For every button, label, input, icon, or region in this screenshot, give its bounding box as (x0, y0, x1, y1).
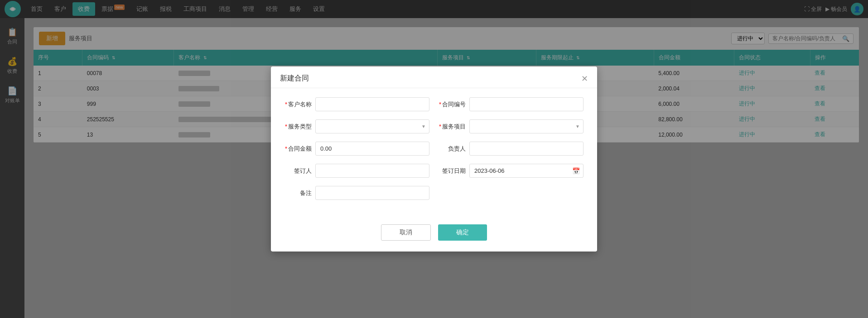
form-row-3: *合同金额 负责人 (285, 142, 583, 156)
form-row-4: 签订人 签订日期 📅 (285, 164, 583, 178)
notes-input[interactable] (315, 186, 429, 200)
dialog-header: 新建合同 ✕ (271, 66, 597, 88)
service-type-select-wrapper: ▼ (315, 119, 429, 133)
dialog-footer: 取消 确定 (271, 217, 597, 252)
form-group-service-type: *服务类型 ▼ (285, 119, 429, 133)
signer-input[interactable] (315, 164, 429, 178)
sign-date-wrapper: 📅 (469, 164, 583, 178)
required-star: * (285, 101, 287, 108)
dialog-body: *客户名称 *合同编号 (271, 88, 597, 217)
service-item-select-wrapper: ▼ (469, 119, 583, 133)
responsible-input[interactable] (469, 142, 583, 156)
form-group-signer: 签订人 (285, 164, 429, 178)
service-item-select[interactable] (469, 119, 583, 133)
main-layout: 📋 合同 💰 收费 📄 对账单 新增 服务项目 进行中 已完成 已终止 (0, 18, 868, 318)
form-group-customer: *客户名称 (285, 97, 429, 111)
customer-name-label: *客户名称 (285, 100, 312, 109)
service-type-select[interactable] (315, 119, 429, 133)
form-row-5: 备注 (285, 186, 583, 200)
contract-no-input[interactable] (469, 97, 583, 111)
amount-input[interactable] (315, 142, 429, 156)
content-area: 新增 服务项目 进行中 已完成 已终止 🔍 序号 (24, 18, 868, 318)
form-group-responsible: 负责人 (439, 142, 583, 156)
service-type-label: *服务类型 (285, 123, 312, 131)
notes-label: 备注 (285, 189, 312, 197)
form-group-amount: *合同金额 (285, 142, 429, 156)
dialog-overlay: 新建合同 ✕ *客户名称 *合同编号 (24, 18, 868, 318)
sign-date-input[interactable] (469, 164, 583, 178)
responsible-label: 负责人 (439, 145, 466, 153)
calendar-icon[interactable]: 📅 (572, 167, 580, 175)
required-star-2: * (439, 101, 441, 108)
cancel-button[interactable]: 取消 (381, 224, 431, 241)
sign-date-label: 签订日期 (439, 167, 466, 175)
new-contract-dialog: 新建合同 ✕ *客户名称 *合同编号 (271, 66, 597, 252)
form-row-2: *服务类型 ▼ *服务项目 (285, 119, 583, 133)
form-group-sign-date: 签订日期 📅 (439, 164, 583, 178)
signer-label: 签订人 (285, 167, 312, 175)
customer-name-input[interactable] (315, 97, 429, 111)
dialog-title: 新建合同 (280, 74, 309, 83)
form-group-contract-no: *合同编号 (439, 97, 583, 111)
contract-no-label: *合同编号 (439, 100, 466, 109)
form-row-1: *客户名称 *合同编号 (285, 97, 583, 111)
form-group-notes: 备注 (285, 186, 429, 200)
service-item-label: *服务项目 (439, 123, 466, 131)
amount-label: *合同金额 (285, 145, 312, 153)
confirm-button[interactable]: 确定 (438, 224, 487, 241)
form-group-service-item: *服务项目 ▼ (439, 119, 583, 133)
dialog-close-button[interactable]: ✕ (581, 75, 588, 83)
